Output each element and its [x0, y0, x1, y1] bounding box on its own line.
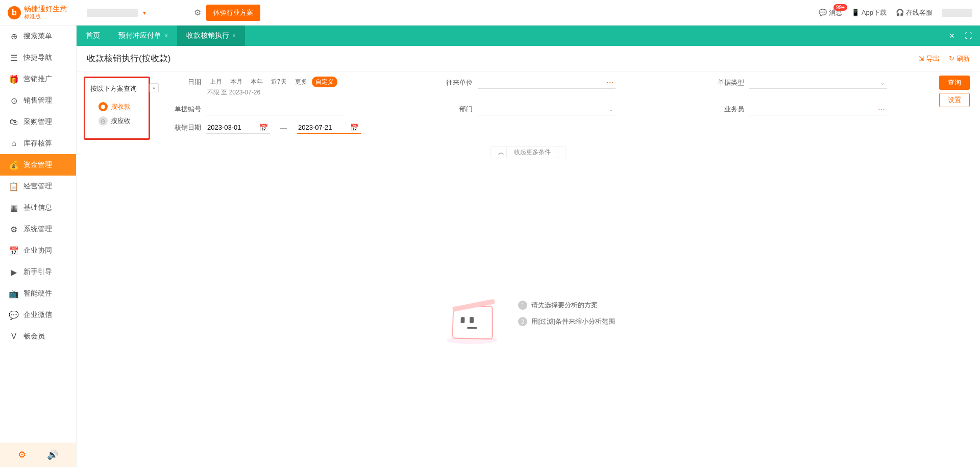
sidebar-label: 采购管理 — [23, 117, 52, 127]
cube-icon: ⬢ — [99, 102, 108, 111]
sidebar-item-10[interactable]: 📅企业协同 — [0, 240, 76, 261]
app-download-link[interactable]: 📱 App下载 — [851, 8, 887, 17]
dept-select[interactable] — [478, 103, 616, 115]
sidebar-label: 企业协同 — [23, 246, 52, 255]
tab-2[interactable]: 收款核销执行× — [177, 26, 245, 46]
empty-step-1: 1 请先选择要分析的方案 — [518, 301, 615, 310]
date-opt-custom[interactable]: 自定义 — [312, 77, 337, 87]
sidebar-icon: 📺 — [9, 289, 18, 298]
tab-close-all-button[interactable]: ✕ — [944, 28, 960, 43]
export-icon: ⇲ — [919, 55, 924, 62]
date-opt-4[interactable]: 更多 — [291, 77, 311, 87]
sidebar-item-6[interactable]: 💰资金管理 — [0, 154, 76, 176]
more-icon[interactable]: ⋯ — [606, 79, 614, 87]
sidebar-item-13[interactable]: 💬企业微信 — [0, 304, 76, 326]
trial-button[interactable]: 体验行业方案 — [206, 5, 260, 21]
user-name-blurred[interactable] — [942, 9, 972, 17]
header-right: 💬 消息 99+ 📱 App下载 🎧 在线客服 — [819, 8, 972, 17]
sidebar-item-1[interactable]: ☰快捷导航 — [0, 47, 76, 68]
sidebar-item-14[interactable]: V畅会员 — [0, 326, 76, 347]
sidebar: ⊕搜索菜单☰快捷导航🎁营销推广⊙销售管理🛍采购管理⌂库存核算💰资金管理📋经营管理… — [0, 26, 77, 467]
messages-link[interactable]: 💬 消息 99+ — [819, 8, 842, 17]
export-button[interactable]: ⇲ 导出 — [919, 54, 940, 63]
sidebar-icon: 💬 — [9, 310, 18, 319]
docno-input[interactable] — [206, 103, 344, 115]
scheme-option-by-receivable[interactable]: ◷ 按应收 — [90, 114, 143, 128]
sidebar-label: 搜索菜单 — [23, 32, 52, 41]
page-header: 收款核销执行(按收款) ⇲ 导出 ↻ 刷新 — [77, 46, 980, 71]
phone-icon: 📱 — [851, 9, 860, 16]
step-number-1: 1 — [518, 301, 527, 310]
calendar-icon[interactable]: 📅 — [259, 124, 268, 132]
chevron-down-icon[interactable]: ⌄ — [880, 79, 885, 86]
query-buttons: 查询 设置 — [939, 76, 970, 107]
tabs-bar: 首页预付冲应付单×收款核销执行× ✕ ⛶ — [77, 26, 980, 46]
scheme-option-by-receipt[interactable]: ⬢ 按收款 — [90, 100, 143, 114]
date-options: 上月本月本年近7天更多自定义 — [206, 77, 337, 87]
sidebar-item-7[interactable]: 📋经营管理 — [0, 176, 76, 197]
tab-label: 预付冲应付单 — [118, 31, 161, 40]
fullscreen-button[interactable]: ⛶ — [961, 28, 976, 43]
dept-label: 部门 — [442, 105, 473, 114]
settings-icon[interactable]: ⚙ — [18, 449, 26, 460]
tab-close-icon[interactable]: × — [164, 32, 168, 39]
chevron-down-icon: ▾ — [143, 9, 146, 16]
online-service-link[interactable]: 🎧 在线客服 — [896, 8, 933, 17]
sidebar-menu: ⊕搜索菜单☰快捷导航🎁营销推广⊙销售管理🛍采购管理⌂库存核算💰资金管理📋经营管理… — [0, 26, 76, 443]
sidebar-item-2[interactable]: 🎁营销推广 — [0, 68, 76, 90]
sidebar-item-3[interactable]: ⊙销售管理 — [0, 90, 76, 111]
tab-0[interactable]: 首页 — [77, 26, 109, 46]
date-hint: 不限 至 2023-07-26 — [207, 88, 427, 97]
sidebar-label: 销售管理 — [23, 96, 52, 105]
sidebar-item-0[interactable]: ⊕搜索菜单 — [0, 26, 76, 47]
date-opt-0[interactable]: 上月 — [206, 77, 226, 87]
chevron-down-icon[interactable]: ⌄ — [608, 106, 614, 113]
sidebar-item-8[interactable]: ▦基础信息 — [0, 197, 76, 218]
logo-icon: b — [8, 6, 21, 19]
org-selector[interactable]: ▾ — [87, 9, 189, 17]
gear-icon[interactable]: ⚙ — [194, 8, 201, 17]
tab-label: 收款核销执行 — [186, 31, 229, 40]
salesman-input[interactable] — [749, 103, 887, 115]
doctype-select[interactable] — [749, 77, 887, 89]
filter-container: 按以下方案查询 ⬢ 按收款 ◷ 按应收 « 查询 设置 — [77, 71, 980, 145]
date-opt-3[interactable]: 近7天 — [267, 77, 290, 87]
refresh-button[interactable]: ↻ 刷新 — [949, 54, 970, 63]
sidebar-label: 库存核算 — [23, 139, 52, 148]
sidebar-item-9[interactable]: ⚙系统管理 — [0, 218, 76, 240]
sidebar-label: 资金管理 — [23, 160, 52, 169]
sidebar-item-5[interactable]: ⌂库存核算 — [0, 133, 76, 154]
more-icon[interactable]: ⋯ — [878, 105, 885, 113]
tab-1[interactable]: 预付冲应付单× — [109, 26, 177, 46]
logo-subtitle: 标准版 — [24, 13, 67, 20]
tab-close-icon[interactable]: × — [232, 32, 236, 39]
empty-state: 1 请先选择要分析的方案 2 用[过滤]条件来缩小分析范围 — [77, 160, 980, 467]
sidebar-item-4[interactable]: 🛍采购管理 — [0, 111, 76, 133]
sidebar-icon: ⊕ — [9, 32, 18, 41]
sidebar-item-11[interactable]: ▶新手引导 — [0, 261, 76, 283]
sidebar-icon: ☰ — [9, 53, 18, 62]
calendar-icon[interactable]: 📅 — [350, 124, 359, 132]
sidebar-label: 基础信息 — [23, 203, 52, 212]
query-button[interactable]: 查询 — [939, 76, 970, 90]
sidebar-item-12[interactable]: 📺智能硬件 — [0, 283, 76, 304]
sidebar-label: 快捷导航 — [23, 53, 52, 62]
empty-steps: 1 请先选择要分析的方案 2 用[过滤]条件来缩小分析范围 — [518, 301, 615, 326]
refresh-icon: ↻ — [949, 55, 954, 62]
sound-icon[interactable]: 🔊 — [47, 449, 58, 460]
company-input[interactable] — [478, 77, 616, 89]
message-icon: 💬 — [819, 9, 827, 16]
empty-step-2: 2 用[过滤]条件来缩小分析范围 — [518, 317, 615, 326]
date-opt-2[interactable]: 本年 — [247, 77, 266, 87]
sidebar-icon: ⚙ — [9, 225, 18, 234]
page-title: 收款核销执行(按收款) — [87, 53, 170, 64]
collapse-more-button[interactable]: ︽ 收起更多条件 — [77, 145, 980, 160]
settings-button[interactable]: 设置 — [939, 93, 970, 107]
filters-area: 查询 设置 日期 上月本月本年近7天更多自定义 不限 至 2023-07-26 — [150, 71, 980, 145]
date-opt-1[interactable]: 本月 — [227, 77, 246, 87]
sidebar-label: 新手引导 — [23, 267, 52, 277]
sidebar-label: 畅会员 — [23, 332, 45, 341]
sidebar-icon: 💰 — [9, 160, 18, 169]
date-separator: — — [280, 124, 287, 132]
scheme-panel: 按以下方案查询 ⬢ 按收款 ◷ 按应收 « — [84, 77, 150, 140]
